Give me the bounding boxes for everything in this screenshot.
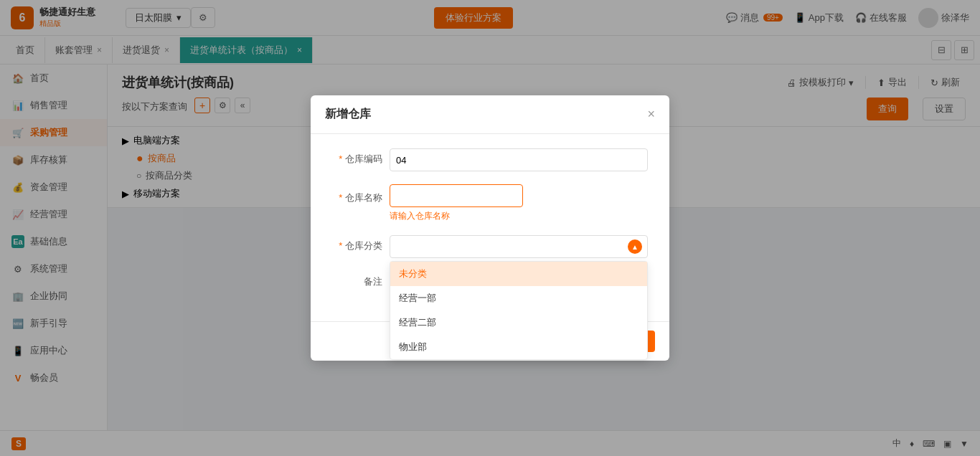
- modal-header: 新增仓库 ×: [311, 95, 669, 134]
- category-input[interactable]: [390, 235, 648, 258]
- dropdown-item-ops1[interactable]: 经营一部: [390, 286, 647, 310]
- modal-title: 新增仓库: [325, 107, 371, 122]
- dropdown-item-property[interactable]: 物业部: [390, 335, 647, 359]
- name-error-wrap: 请输入仓库名称: [332, 207, 450, 222]
- category-arrow-btn[interactable]: ▲: [628, 239, 642, 254]
- category-dropdown: 未分类 经营一部 经营二部 物业部: [390, 261, 648, 360]
- warehouse-name-input[interactable]: [390, 184, 523, 207]
- form-row-code: 仓库编码: [332, 148, 648, 171]
- modal-close-button[interactable]: ×: [647, 107, 655, 122]
- form-row-category: 仓库分类 ▲ 未分类 经营一部 经营二部 物业部: [332, 235, 648, 258]
- new-warehouse-modal: 新增仓库 × 仓库编码 仓库名称 请输入仓库名称 仓库分类: [311, 95, 669, 361]
- dropdown-item-uncategorized[interactable]: 未分类: [390, 262, 647, 286]
- form-row-name-inner: 仓库名称: [332, 184, 523, 207]
- form-row-name: 仓库名称 请输入仓库名称: [332, 184, 648, 222]
- dropdown-item-ops2[interactable]: 经营二部: [390, 310, 647, 335]
- name-label: 仓库名称: [332, 187, 390, 204]
- code-label: 仓库编码: [332, 148, 390, 166]
- name-error-msg: 请输入仓库名称: [390, 210, 450, 222]
- remark-label: 备注: [332, 271, 390, 288]
- category-wrap: ▲ 未分类 经营一部 经营二部 物业部: [390, 235, 648, 258]
- modal-overlay[interactable]: 新增仓库 × 仓库编码 仓库名称 请输入仓库名称 仓库分类: [0, 0, 980, 456]
- modal-body: 仓库编码 仓库名称 请输入仓库名称 仓库分类 ▲: [311, 134, 669, 321]
- category-label: 仓库分类: [332, 235, 390, 252]
- warehouse-code-input[interactable]: [390, 148, 648, 171]
